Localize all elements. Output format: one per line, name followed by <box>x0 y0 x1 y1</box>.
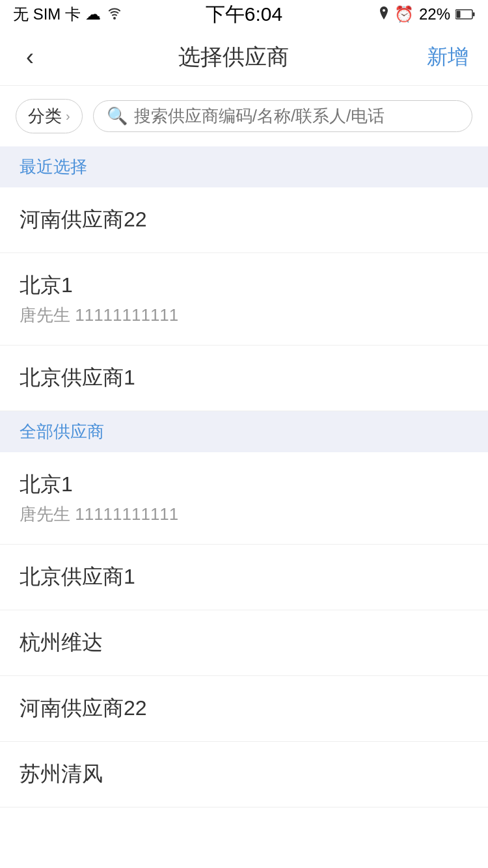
svg-rect-1 <box>473 12 475 16</box>
status-time: 下午6:04 <box>206 1 282 28</box>
all-section-header: 全部供应商 <box>0 411 488 452</box>
page-title: 选择供应商 <box>178 42 289 72</box>
recent-section-header: 最近选择 <box>0 146 488 187</box>
category-label: 分类 <box>28 105 62 128</box>
item-name: 河南供应商22 <box>20 206 468 234</box>
svg-rect-2 <box>457 11 461 18</box>
add-button[interactable]: 新增 <box>427 43 468 72</box>
list-item[interactable]: 北京供应商1 <box>0 346 488 411</box>
list-item[interactable]: 杭州维达 <box>0 610 488 676</box>
item-name: 北京1 <box>20 271 468 300</box>
no-sim-label: 无 SIM 卡 ☁ <box>13 4 101 25</box>
item-name: 杭州维达 <box>20 629 468 657</box>
battery-text: 22% <box>419 5 450 23</box>
nav-bar: ‹ 选择供应商 新增 <box>0 29 488 86</box>
alarm-icon: ⏰ <box>394 5 414 23</box>
item-sub: 唐先生 11111111111 <box>20 503 468 526</box>
category-button[interactable]: 分类 › <box>16 99 83 133</box>
list-item[interactable]: 河南供应商22 <box>0 187 488 253</box>
item-sub: 唐先生 11111111111 <box>20 304 468 327</box>
item-name: 河南供应商22 <box>20 694 468 723</box>
list-item[interactable]: 北京1唐先生 11111111111 <box>0 253 488 346</box>
list-item[interactable]: 苏州清风 <box>0 742 488 807</box>
recent-items-list: 河南供应商22北京1唐先生 11111111111北京供应商1 <box>0 187 488 411</box>
list-item[interactable]: 河南供应商22 <box>0 676 488 742</box>
wifi-icon <box>107 5 122 23</box>
search-input[interactable] <box>134 106 459 126</box>
status-left: 无 SIM 卡 ☁ <box>13 4 122 25</box>
filter-bar: 分类 › 🔍 <box>0 86 488 146</box>
recent-section-label: 最近选择 <box>20 157 87 176</box>
status-bar: 无 SIM 卡 ☁ 下午6:04 ⏰ 22% <box>0 0 488 29</box>
item-name: 北京供应商1 <box>20 563 468 591</box>
search-icon: 🔍 <box>107 106 128 126</box>
search-box[interactable]: 🔍 <box>93 100 472 132</box>
list-item[interactable]: 北京供应商1 <box>0 545 488 610</box>
chevron-right-icon: › <box>66 109 70 124</box>
battery-icon <box>455 5 475 23</box>
all-section-label: 全部供应商 <box>20 422 104 441</box>
status-right: ⏰ 22% <box>379 5 475 23</box>
all-items-list: 北京1唐先生 11111111111北京供应商1杭州维达河南供应商22苏州清风 <box>0 452 488 807</box>
item-name: 苏州清风 <box>20 760 468 789</box>
back-button[interactable]: ‹ <box>20 37 40 77</box>
location-icon <box>379 5 389 23</box>
list-item[interactable]: 北京1唐先生 11111111111 <box>0 452 488 545</box>
item-name: 北京1 <box>20 470 468 499</box>
item-name: 北京供应商1 <box>20 364 468 392</box>
